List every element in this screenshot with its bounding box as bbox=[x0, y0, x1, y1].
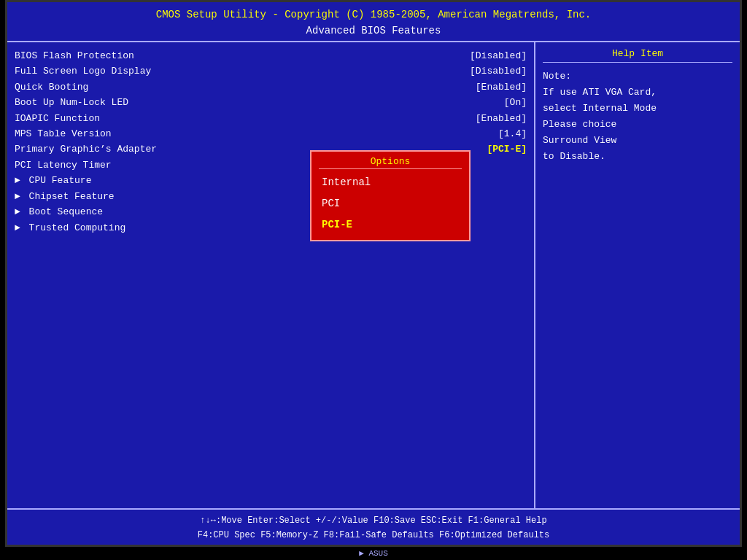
status-bar: ↑↓↔:Move Enter:Select +/-/:Value F10:Sav… bbox=[7, 508, 740, 545]
menu-item-quick-booting[interactable]: Quick Booting [Enabled] bbox=[15, 79, 527, 95]
asus-logo: ▶ ASUS bbox=[357, 547, 390, 559]
dropdown-menu[interactable]: Options Internal PCI PCI-E bbox=[310, 150, 471, 242]
arrow-icon: ► bbox=[15, 191, 20, 202]
dropdown-item-pci[interactable]: PCI bbox=[319, 193, 462, 214]
title-line1: CMOS Setup Utility - Copyright (C) 1985-… bbox=[10, 7, 737, 23]
menu-item-mps-table[interactable]: MPS Table Version [1.4] bbox=[15, 126, 527, 141]
help-content: Note: If use ATI VGA Card, select Intern… bbox=[543, 69, 732, 166]
arrow-icon: ► bbox=[15, 222, 20, 233]
help-title: Help Item bbox=[543, 48, 732, 63]
dropdown-item-pcie[interactable]: PCI-E bbox=[319, 214, 462, 236]
title-line2: Advanced BIOS Features bbox=[10, 23, 737, 39]
bios-screen: CMOS Setup Utility - Copyright (C) 1985-… bbox=[5, 0, 742, 547]
dropdown-title: Options bbox=[319, 156, 462, 169]
menu-item-bios-flash[interactable]: BIOS Flash Protection [Disabled] bbox=[15, 48, 527, 63]
menu-item-ioapic[interactable]: IOAPIC Function [Enabled] bbox=[15, 111, 527, 126]
status-line1: ↑↓↔:Move Enter:Select +/-/:Value F10:Sav… bbox=[13, 514, 734, 527]
main-area: BIOS Flash Protection [Disabled] Full Sc… bbox=[7, 41, 740, 508]
left-panel: BIOS Flash Protection [Disabled] Full Sc… bbox=[7, 42, 535, 508]
arrow-icon: ► bbox=[15, 206, 20, 217]
arrow-icon: ► bbox=[15, 175, 20, 186]
dropdown-item-internal[interactable]: Internal bbox=[319, 172, 462, 193]
status-line2: F4:CPU Spec F5:Memory-Z F8:Fail-Safe Def… bbox=[13, 529, 734, 542]
help-panel: Help Item Note: If use ATI VGA Card, sel… bbox=[535, 42, 740, 508]
title-bar: CMOS Setup Utility - Copyright (C) 1985-… bbox=[7, 2, 740, 41]
menu-item-logo-display[interactable]: Full Screen Logo Display [Disabled] bbox=[15, 63, 527, 79]
menu-item-numlock[interactable]: Boot Up Num-Lock LED [On] bbox=[15, 95, 527, 110]
bottom-bar: ▶ ASUS bbox=[357, 547, 390, 560]
